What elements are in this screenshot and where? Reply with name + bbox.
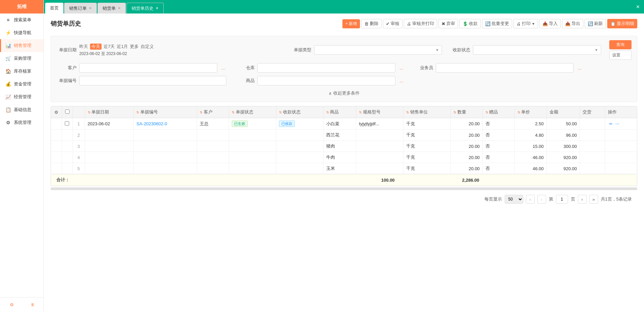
tab-sales-order-close[interactable]: ✕: [89, 6, 92, 10]
th-check[interactable]: [62, 106, 73, 118]
th-customer[interactable]: ⇅ 客户: [197, 106, 229, 118]
td-spec: [356, 130, 403, 141]
tab-sales-history-close[interactable]: ✕: [156, 6, 159, 10]
sidebar-item-system-mgmt[interactable]: ⚙ 系统管理: [0, 116, 44, 129]
shortcut-1month[interactable]: 近1月: [117, 44, 128, 50]
salesperson-ellipsis[interactable]: ...: [576, 65, 583, 71]
export-button[interactable]: 📤 导出: [562, 19, 583, 28]
td-settings: [51, 163, 62, 174]
show-detail-button[interactable]: 📋 显示明细: [607, 19, 637, 28]
prev-page-button[interactable]: ‹: [537, 195, 546, 204]
print-button[interactable]: 🖨 打印 ▼: [513, 19, 538, 28]
page-size-select[interactable]: 50 100 200: [505, 195, 523, 204]
audit-print-button[interactable]: 🖨 审核并打印: [404, 19, 437, 28]
filter-row-1: 单据日期 昨天 今天 近7天 近1月 更多 自定义 2023-06-02 至 2…: [56, 40, 632, 60]
query-button[interactable]: 查询: [609, 40, 632, 49]
td-check[interactable]: [62, 141, 73, 152]
th-settings[interactable]: ⚙: [51, 106, 62, 118]
td-docno[interactable]: SA-20230602-0: [134, 118, 197, 130]
pause-bottom-icon[interactable]: ⏸: [30, 302, 35, 307]
collect-button[interactable]: 💲 收款: [459, 19, 481, 28]
sidebar-item-finance-mgmt[interactable]: 💰 资金管理: [0, 78, 44, 90]
th-date[interactable]: ⇅ 单据日期: [85, 106, 134, 118]
first-page-button[interactable]: «: [526, 195, 535, 204]
th-unit[interactable]: ⇅ 销售单位: [403, 106, 451, 118]
th-gift[interactable]: ⇅ 赠品: [482, 106, 514, 118]
collapse-button[interactable]: ∧ 收起更多条件: [56, 89, 632, 98]
td-check[interactable]: [62, 130, 73, 141]
tab-sales-history[interactable]: 销货单历史 ✕: [127, 3, 164, 14]
td-docstatus: [229, 141, 276, 152]
shortcut-7days[interactable]: 近7天: [104, 44, 115, 50]
horizontal-scrollbar[interactable]: [51, 187, 637, 190]
sidebar-item-label: 销售管理: [14, 43, 31, 49]
td-check[interactable]: [62, 152, 73, 163]
filter-settings-button[interactable]: 设置: [609, 51, 632, 60]
new-button[interactable]: + 新增: [342, 19, 360, 28]
sidebar-item-sales-mgmt[interactable]: 📊 销售管理: [0, 39, 44, 52]
more-action-button[interactable]: ⋯: [614, 122, 621, 126]
filter-payment-select[interactable]: ▼: [473, 45, 601, 55]
filter-warehouse-input[interactable]: [257, 63, 395, 73]
th-paymentstatus[interactable]: ⇅ 收款状态: [276, 106, 323, 118]
settings-bottom-icon[interactable]: ⚙: [10, 302, 14, 307]
select-all-checkbox[interactable]: [65, 109, 69, 114]
filter-docno-input[interactable]: [79, 76, 226, 85]
filter-doctype-select[interactable]: ▼: [314, 45, 442, 55]
shortcut-more[interactable]: 更多: [130, 44, 139, 50]
audit-button[interactable]: ✔ 审核: [383, 19, 402, 28]
goods-ellipsis[interactable]: ...: [398, 78, 405, 83]
batch-change-button[interactable]: 🔄 批量变更: [482, 19, 512, 28]
edit-action-button[interactable]: ✏: [608, 122, 614, 126]
td-check[interactable]: [62, 163, 73, 174]
tab-sales-delivery-close[interactable]: ✕: [118, 6, 121, 10]
th-qty[interactable]: ⇅ 数量: [451, 106, 483, 118]
total-info: 共1页，5条记录: [601, 196, 632, 202]
sidebar-item-inventory[interactable]: 🏠 库存核算: [0, 65, 44, 78]
import-button[interactable]: 📥 导入: [539, 19, 561, 28]
tab-sales-order[interactable]: 销售订单 ✕: [64, 3, 97, 14]
sidebar-item-quick-nav[interactable]: ⚡ 快捷导航: [0, 26, 44, 39]
sidebar-item-search-menu[interactable]: ≡ 搜索菜单: [0, 14, 44, 26]
sidebar-item-label: 系统管理: [14, 120, 31, 126]
filter-docno-field: 单据编号: [56, 76, 226, 85]
td-qty: 20.00: [451, 141, 483, 152]
filter-customer-input[interactable]: [79, 63, 217, 73]
th-spec[interactable]: ⇅ 规格型号: [356, 106, 403, 118]
sort-spec-icon: ⇅: [359, 110, 362, 114]
th-docstatus[interactable]: ⇅ 单据状态: [229, 106, 276, 118]
tab-home[interactable]: 首页: [45, 3, 63, 14]
shortcut-custom[interactable]: 自定义: [141, 44, 154, 50]
shortcut-today[interactable]: 今天: [90, 44, 102, 50]
filter-row-2: 客户 ... 仓库 ... 业务员 ...: [56, 63, 632, 73]
td-check[interactable]: [62, 118, 73, 130]
sort-price-icon: ⇅: [517, 110, 520, 114]
td-goods: 玉米: [323, 163, 356, 174]
page-input[interactable]: [556, 195, 568, 204]
warehouse-ellipsis[interactable]: ...: [398, 65, 405, 71]
filter-goods-input[interactable]: [257, 76, 395, 85]
sort-goods-icon: ⇅: [326, 110, 329, 114]
tab-bar-inner: 首页 销售订单 ✕ 销货单 ✕ 销货单历史 ✕: [44, 3, 632, 14]
tab-sales-delivery[interactable]: 销货单 ✕: [97, 3, 126, 14]
window-close-button[interactable]: ✕: [632, 4, 644, 9]
next-page-button[interactable]: ›: [578, 195, 587, 204]
sidebar-item-basic-info[interactable]: 📋 基础信息: [0, 103, 44, 116]
td-customer: [197, 163, 229, 174]
abandon-button[interactable]: ✖ 弃审: [439, 19, 458, 28]
th-price[interactable]: ⇅ 单价: [514, 106, 547, 118]
filter-docno-label: 单据编号: [56, 78, 77, 84]
refresh-button[interactable]: 🔃 刷新: [585, 19, 606, 28]
th-docno[interactable]: ⇅ 单据编号: [134, 106, 197, 118]
customer-ellipsis[interactable]: ...: [220, 65, 227, 71]
sidebar-item-purchase-mgmt[interactable]: 🛒 采购管理: [0, 52, 44, 65]
delete-button[interactable]: 🗑 删除: [361, 19, 382, 28]
filter-salesperson-input[interactable]: [436, 63, 574, 73]
sidebar-item-ops-mgmt[interactable]: 📈 经营管理: [0, 90, 44, 103]
th-goods[interactable]: ⇅ 商品: [323, 106, 356, 118]
sidebar-item-label: 基础信息: [14, 107, 31, 113]
shortcut-yesterday[interactable]: 昨天: [79, 44, 88, 50]
import-icon: 📥: [542, 21, 548, 26]
last-page-button[interactable]: »: [589, 195, 598, 204]
summary-qty: 100.00: [381, 178, 395, 183]
